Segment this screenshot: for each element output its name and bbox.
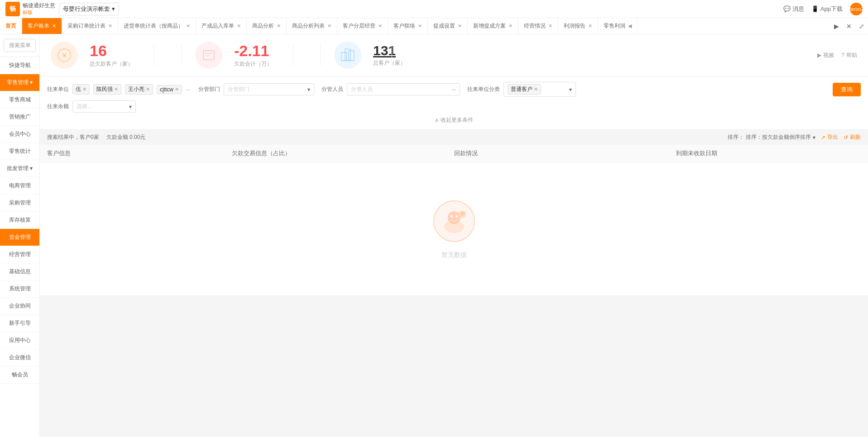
help-link[interactable]: ? 帮助: [841, 52, 857, 59]
sidebar-item-marketing[interactable]: 营销推广: [0, 109, 39, 126]
close-tab-purchase[interactable]: ✕: [108, 23, 112, 29]
sidebar-item-purchase[interactable]: 采购管理: [0, 195, 39, 212]
tab-purchase-order-stats[interactable]: 采购订单统计表 ✕: [62, 18, 118, 34]
sidebar-item-quick-nav[interactable]: 快捷导航: [0, 57, 39, 74]
sidebar-item-member[interactable]: 会员中心: [0, 126, 39, 143]
export-btn[interactable]: ↗ 导出: [821, 133, 838, 141]
filter-tag-cjttcw[interactable]: cjttcw✕: [157, 85, 182, 94]
svg-point-10: [448, 211, 460, 224]
stat3-value: 131: [373, 44, 406, 57]
top-bar-left: 畅 畅捷通好生意 标版 母婴行业演示帐套 ▾: [5, 2, 119, 16]
user-avatar[interactable]: demo2: [850, 3, 863, 15]
sidebar-item-member2[interactable]: 畅会员: [0, 366, 39, 384]
sidebar-item-app-center[interactable]: 应用中心: [0, 332, 39, 349]
content-area: ¥ 16 总欠款客户（家）: [40, 34, 868, 437]
tab-purchase-stats-by-product[interactable]: 进货单统计表（按商品） ✕: [118, 18, 196, 34]
sidebar-item-wholesale[interactable]: 批发管理 ▾: [0, 160, 39, 177]
sidebar-item-system[interactable]: 系统管理: [0, 280, 39, 298]
empty-state: 暂无数据: [40, 162, 868, 295]
tab-customer-segment[interactable]: 客户分层经营 ✕: [337, 18, 388, 34]
close-tab-segment[interactable]: ✕: [378, 23, 382, 29]
unit-type-tag[interactable]: 普通客户✕: [508, 84, 541, 95]
svg-rect-5: [341, 52, 347, 61]
top-bar: 畅 畅捷通好生意 标版 母婴行业演示帐套 ▾ 💬 消息 📱 App下载 demo…: [0, 0, 868, 18]
sidebar-item-enterprise-wechat[interactable]: 企业微信: [0, 349, 39, 366]
message-btn[interactable]: 💬 消息: [783, 5, 804, 13]
sidebar-item-inventory[interactable]: 库存核算: [0, 212, 39, 229]
balance-chevron: ▾: [129, 104, 132, 110]
sort-select[interactable]: 排序： 排序：按欠款金额倒序排序 ▾: [728, 133, 815, 141]
close-tab-customer-accounts[interactable]: ✕: [52, 23, 56, 29]
stats-helper-links: ▶ 视频 ? 帮助: [817, 52, 857, 59]
query-button[interactable]: 查询: [833, 83, 861, 96]
close-tab-promotion[interactable]: ✕: [458, 23, 462, 29]
dept-chevron: ▾: [307, 86, 310, 93]
svg-rect-6: [349, 51, 354, 61]
sidebar-item-retail-mall[interactable]: 零售商城: [0, 91, 39, 109]
video-link[interactable]: ▶ 视频: [817, 52, 834, 59]
close-tab-business[interactable]: ✕: [548, 23, 552, 29]
close-tab-plan[interactable]: ✕: [508, 23, 513, 29]
tab-home[interactable]: 首页: [0, 18, 22, 34]
logo-icon: 畅: [5, 2, 20, 16]
nav-tabs: 首页 客户账本 ✕ 采购订单统计表 ✕ 进货单统计表（按商品） ✕ 产成品入库单…: [0, 18, 868, 34]
sidebar-item-new-guide[interactable]: 新手引导: [0, 315, 39, 332]
tab-profit-report[interactable]: 利润报告 ✕: [558, 18, 598, 34]
chevron-down-icon: ▾: [112, 5, 115, 12]
unit-type-label: 往来单位分类: [467, 86, 500, 93]
phone-icon: 📱: [811, 5, 819, 12]
tab-promotion-settings[interactable]: 提成设置 ✕: [428, 18, 468, 34]
close-tab-analysis[interactable]: ✕: [277, 23, 281, 29]
empty-text: 暂无数据: [441, 251, 467, 259]
close-tab-retail-profit[interactable]: ◀: [628, 23, 632, 29]
sidebar-item-retail-stats[interactable]: 零售统计: [0, 143, 39, 160]
manager-ellipsis: ···: [451, 86, 456, 93]
close-tab-inbound[interactable]: ✕: [237, 23, 241, 29]
filter-tag-wang[interactable]: 王小亮✕: [125, 84, 153, 95]
search-menu-btn[interactable]: 搜索菜单: [4, 39, 36, 52]
stat1-bg-icon: ¥: [51, 42, 78, 69]
close-tab-analysis-list[interactable]: ✕: [327, 23, 331, 29]
filter-tag-wu[interactable]: 伍✕: [72, 84, 90, 95]
sidebar-item-basic-info[interactable]: 基础信息: [0, 263, 39, 280]
sidebar-item-enterprise-coop[interactable]: 企业协同: [0, 298, 39, 315]
tab-business-status[interactable]: 经营情况 ✕: [518, 18, 558, 34]
svg-point-12: [456, 215, 458, 218]
tab-customer-contact[interactable]: 客户联络 ✕: [388, 18, 428, 34]
empty-icon: [432, 199, 477, 244]
filter-more-tags[interactable]: ···: [186, 86, 191, 93]
close-tab-purchase-product[interactable]: ✕: [186, 23, 190, 29]
manager-label: 分管人员: [321, 86, 343, 93]
app-download-btn[interactable]: 📱 App下载: [811, 5, 843, 13]
tab-customer-accounts[interactable]: 客户账本 ✕: [22, 18, 62, 34]
tab-retail-profit[interactable]: 零售利润 ◀: [598, 18, 638, 34]
tab-product-inbound[interactable]: 产成品入库单 ✕: [196, 18, 247, 34]
sidebar-item-finance[interactable]: 资金管理: [0, 229, 39, 246]
sidebar-item-ecommerce[interactable]: 电商管理: [0, 177, 39, 195]
balance-select[interactable]: 选择... ▾: [72, 100, 136, 113]
close-tab-contact[interactable]: ✕: [418, 23, 422, 29]
industry-selector[interactable]: 母婴行业演示帐套 ▾: [59, 3, 119, 15]
sidebar-item-operations[interactable]: 经营管理: [0, 246, 39, 263]
tab-product-analysis[interactable]: 商品分析 ✕: [247, 18, 287, 34]
data-table: 客户信息 欠款交易信息（占比） 回款情况 到期未收款日期: [40, 145, 868, 295]
export-icon: ↗: [821, 134, 825, 141]
message-icon: 💬: [783, 5, 791, 12]
filter-tag-chen[interactable]: 陈民强✕: [93, 84, 121, 95]
nav-scroll-right[interactable]: ▶: [830, 20, 843, 33]
video-icon: ▶: [817, 52, 821, 58]
collapse-btn[interactable]: ∧ 收起更多条件: [47, 116, 861, 124]
close-tab-profit[interactable]: ✕: [588, 23, 592, 29]
nav-close-all[interactable]: ✕: [843, 20, 855, 33]
tab-product-analysis-list[interactable]: 商品分析列表 ✕: [287, 18, 337, 34]
stat2-value: -2.11: [234, 43, 272, 58]
sidebar: 搜索菜单 快捷导航 零售管理 ▾ 零售商城 营销推广 会员中心 零售统计 批发管…: [0, 34, 40, 437]
th-due-date: 到期未收款日期: [676, 149, 861, 157]
tab-new-promotion-plan[interactable]: 新增提成方案 ✕: [468, 18, 518, 34]
refresh-btn[interactable]: ↺ 刷新: [844, 133, 861, 141]
dept-select[interactable]: 分管部门 ▾: [224, 83, 314, 95]
nav-expand[interactable]: ⤢: [855, 20, 868, 33]
manager-select[interactable]: 分管人员 ···: [347, 83, 460, 95]
unit-type-select[interactable]: 普通客户✕ ▾: [504, 82, 576, 97]
sidebar-item-retail[interactable]: 零售管理 ▾: [0, 74, 39, 91]
